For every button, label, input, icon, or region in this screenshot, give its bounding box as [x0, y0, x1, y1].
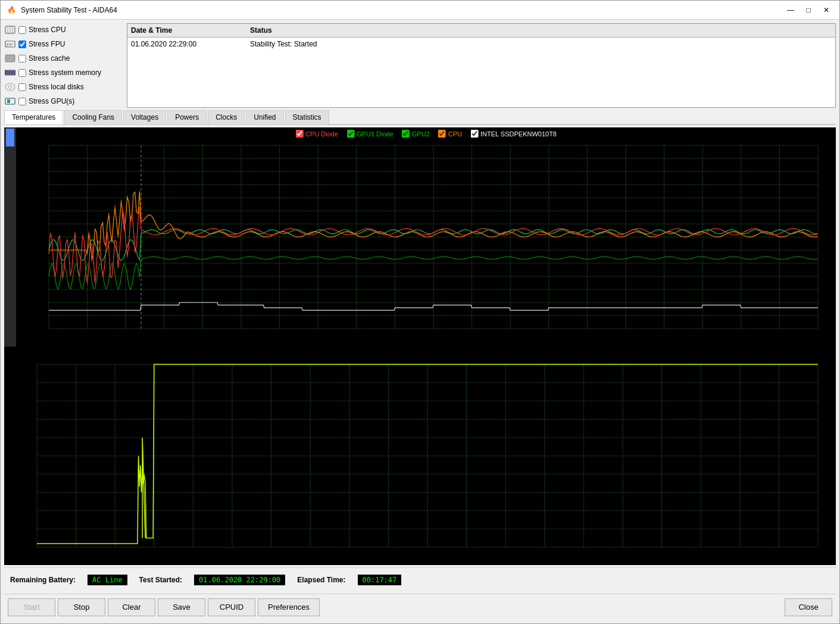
- stress-disk-item: Stress local disks: [4, 80, 123, 93]
- legend-intel-ssd-checkbox[interactable]: [470, 130, 478, 138]
- clear-button[interactable]: Clear: [108, 598, 155, 616]
- stress-cache-item: Stress cache: [4, 52, 123, 65]
- bottom-bar: Start Stop Clear Save CPUID Preferences …: [4, 594, 836, 620]
- save-button[interactable]: Save: [158, 598, 205, 616]
- test-started-label: Test Started:: [139, 576, 182, 584]
- stress-memory-checkbox[interactable]: [18, 69, 26, 77]
- fpu-icon: FP: [4, 39, 16, 49]
- legend-gpu1-diode: GPU1 Diode: [346, 130, 394, 138]
- svg-text:FP: FP: [7, 42, 13, 48]
- stress-disk-checkbox[interactable]: [18, 83, 26, 91]
- log-col1-header: Date & Time: [130, 25, 249, 36]
- log-col2-header: Status: [249, 25, 833, 36]
- tab-statistics[interactable]: Statistics: [285, 110, 329, 124]
- stress-fpu-label: Stress FPU: [29, 40, 65, 48]
- legend-gpu1-diode-checkbox[interactable]: [346, 130, 354, 138]
- memory-icon: [4, 68, 16, 77]
- stress-gpu-checkbox[interactable]: [18, 98, 26, 105]
- remaining-battery-label: Remaining Battery:: [10, 576, 76, 584]
- legend-gpu2-label: GPU2: [412, 130, 430, 138]
- legend-cpu-diode-checkbox[interactable]: [295, 130, 303, 138]
- cpu-canvas: [4, 347, 836, 566]
- elapsed-time-label: Elapsed Time:: [297, 576, 345, 584]
- stress-cpu-label: Stress CPU: [29, 26, 66, 34]
- svg-point-13: [5, 83, 15, 91]
- log-status: Stability Test: Started: [249, 39, 833, 49]
- close-window-button[interactable]: ✕: [818, 4, 835, 17]
- legend-cpu-label: CPU: [448, 130, 462, 138]
- stress-panel: Stress CPU FP Stress FPU Stress cache: [4, 23, 123, 108]
- legend-cpu-diode: CPU Diode: [295, 130, 338, 138]
- minimize-button[interactable]: —: [782, 4, 799, 17]
- gpu-icon: [4, 96, 16, 106]
- disk-icon: [4, 82, 16, 92]
- legend-cpu-checkbox[interactable]: [438, 130, 446, 138]
- stress-fpu-checkbox[interactable]: [18, 40, 26, 48]
- cache-icon: [4, 54, 16, 63]
- start-button[interactable]: Start: [8, 598, 55, 616]
- scroll-area: [4, 127, 16, 347]
- svg-point-14: [8, 86, 12, 89]
- temp-chart-wrapper: CPU Diode GPU1 Diode GPU2 CPU: [4, 127, 836, 347]
- temp-canvas: [16, 127, 836, 347]
- title-bar: 🔥 System Stability Test - AIDA64 — □ ✕: [1, 1, 839, 20]
- legend-gpu1-diode-label: GPU1 Diode: [357, 130, 394, 138]
- preferences-button[interactable]: Preferences: [258, 598, 320, 616]
- legend-intel-ssd: INTEL SSDPEKNW010T8: [470, 130, 557, 138]
- tab-clocks[interactable]: Clocks: [208, 110, 245, 124]
- stress-memory-label: Stress system memory: [29, 68, 101, 77]
- status-bar: Remaining Battery: AC Line Test Started:…: [4, 567, 836, 591]
- stress-cpu-item: Stress CPU: [4, 23, 123, 36]
- maximize-button[interactable]: □: [800, 4, 817, 17]
- svg-rect-6: [5, 55, 15, 62]
- log-panel: Date & Time Status 01.06.2020 22:29:00 S…: [127, 23, 836, 108]
- tab-cooling-fans[interactable]: Cooling Fans: [64, 110, 122, 124]
- stress-cache-checkbox[interactable]: [18, 55, 26, 63]
- elapsed-time-value: 00:17:47: [358, 575, 402, 585]
- stress-gpu-label: Stress GPU(s): [29, 97, 74, 105]
- stress-cpu-checkbox[interactable]: [18, 26, 26, 34]
- app-icon: 🔥: [5, 4, 17, 16]
- test-started-value: 01.06.2020 22:29:00: [194, 575, 285, 585]
- stress-disk-label: Stress local disks: [29, 83, 84, 91]
- tabs-section: Temperatures Cooling Fans Voltages Power…: [4, 110, 836, 125]
- remaining-battery-value: AC Line: [88, 575, 127, 585]
- cpuid-button[interactable]: CPUID: [208, 598, 255, 616]
- main-content: Stress CPU FP Stress FPU Stress cache: [1, 20, 839, 623]
- temp-legend: CPU Diode GPU1 Diode GPU2 CPU: [295, 130, 557, 138]
- close-button[interactable]: Close: [785, 598, 832, 616]
- svg-rect-16: [7, 99, 10, 103]
- cpu-chart-wrapper: CPU Usage 100% 0% 100%: [4, 347, 836, 566]
- window-title: System Stability Test - AIDA64: [21, 6, 782, 14]
- tab-unified[interactable]: Unified: [246, 110, 283, 124]
- charts-section: CPU Diode GPU1 Diode GPU2 CPU: [4, 127, 836, 565]
- tab-temperatures[interactable]: Temperatures: [4, 110, 63, 124]
- window-controls: — □ ✕: [782, 4, 835, 17]
- cpu-icon: [4, 25, 16, 35]
- log-header: Date & Time Status: [127, 24, 835, 38]
- legend-cpu: CPU: [438, 130, 462, 138]
- log-datetime: 01.06.2020 22:29:00: [130, 39, 249, 49]
- tab-voltages[interactable]: Voltages: [123, 110, 166, 124]
- stress-fpu-item: FP Stress FPU: [4, 38, 123, 51]
- temp-chart: CPU Diode GPU1 Diode GPU2 CPU: [16, 127, 836, 347]
- tab-bar: Temperatures Cooling Fans Voltages Power…: [4, 110, 836, 125]
- stress-cache-label: Stress cache: [29, 54, 70, 63]
- legend-intel-ssd-label: INTEL SSDPEKNW010T8: [480, 130, 557, 138]
- log-row: 01.06.2020 22:29:00 Stability Test: Star…: [127, 38, 835, 51]
- stress-gpu-item: Stress GPU(s): [4, 95, 123, 108]
- legend-gpu2-checkbox[interactable]: [402, 130, 410, 138]
- stress-memory-item: Stress system memory: [4, 66, 123, 79]
- stop-button[interactable]: Stop: [58, 598, 105, 616]
- legend-cpu-diode-label: CPU Diode: [305, 130, 338, 138]
- legend-gpu2: GPU2: [402, 130, 430, 138]
- top-section: Stress CPU FP Stress FPU Stress cache: [4, 23, 836, 108]
- scroll-thumb[interactable]: [6, 129, 14, 146]
- tab-powers[interactable]: Powers: [167, 110, 207, 124]
- main-window: 🔥 System Stability Test - AIDA64 — □ ✕ S…: [0, 0, 840, 624]
